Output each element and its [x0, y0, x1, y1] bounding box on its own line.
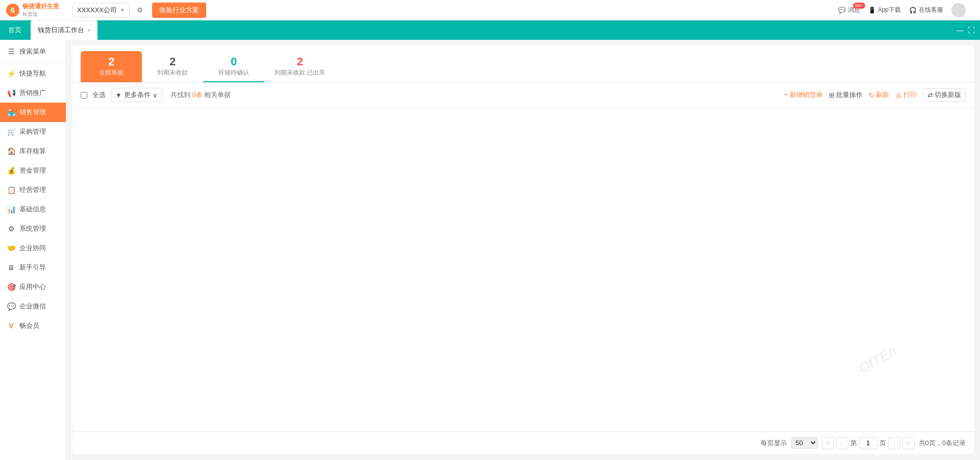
tab-all-orders[interactable]: 2 全部单据 [81, 51, 142, 82]
toolbar-right: + 新增销货单 ⊞ 批量操作 ↻ 刷新 🖨 打印 ⇄ [784, 88, 966, 102]
sidebar-search-area: ☰ 搜索菜单 [0, 40, 66, 64]
pagination-bar: 每页显示 50 20 100 « ‹ 第 页 › » 共0页，0条记录 [72, 431, 974, 454]
sidebar-item-cooperation[interactable]: 🤝 企业协同 [0, 238, 66, 258]
batch-operation-button[interactable]: ⊞ 批量操作 [829, 90, 863, 100]
filter-icon: ▼ [115, 91, 122, 99]
print-icon: 🖨 [895, 91, 902, 99]
avatar[interactable] [951, 3, 966, 17]
page-prev-button[interactable]: ‹ [836, 437, 848, 449]
sales-icon: 🏪 [7, 108, 15, 116]
sidebar-item-guide[interactable]: 🖥 新手引导 [0, 258, 66, 277]
download-icon: 📱 [868, 7, 876, 14]
online-service-button[interactable]: 🎧 在线客服 [909, 6, 943, 14]
marketing-icon: 📢 [7, 89, 15, 97]
tab-close-button[interactable]: × [87, 27, 90, 33]
gear-icon: ⚙ [137, 6, 143, 14]
find-count: 0条 [192, 91, 203, 99]
page-label: 第 [850, 439, 857, 448]
sidebar-item-search-menu[interactable]: ☰ 搜索菜单 [4, 44, 62, 59]
page-nav: « ‹ 第 页 › » [822, 437, 915, 449]
message-badge: 99+ [853, 3, 865, 9]
finance-icon: 💰 [7, 166, 15, 175]
sidebar-item-wechat[interactable]: 💬 企业微信 [0, 297, 66, 316]
cooperation-icon: 🤝 [7, 244, 15, 252]
header-right: 💬 消息 99+ 📱 App下载 🎧 在线客服 [838, 3, 974, 17]
page-next-button[interactable]: › [888, 437, 900, 449]
print-button[interactable]: 🖨 打印 [895, 90, 917, 100]
message-icon: 💬 [838, 7, 846, 14]
page-unit: 页 [879, 439, 886, 448]
select-all-checkbox[interactable] [81, 92, 87, 99]
app-center-icon: 🎯 [7, 283, 15, 291]
sidebar-item-system[interactable]: ⚙ 系统管理 [0, 219, 66, 238]
filter-button[interactable]: ▼ 更多条件 ∨ [111, 88, 162, 102]
batch-icon: ⊞ [829, 91, 835, 99]
operations-icon: 📋 [7, 186, 15, 194]
basic-info-icon: 📊 [7, 205, 15, 213]
page-input[interactable] [859, 437, 877, 449]
sidebar-item-inventory[interactable]: 🏠 库存核算 [0, 141, 66, 161]
add-order-button[interactable]: + 新增销货单 [784, 90, 823, 100]
top-header: 6 畅捷通好生意 标普版 XXXXXX公司 ▼ ⚙ 体验行业方案 💬 消息 99… [0, 0, 980, 20]
sidebar-item-member[interactable]: V 畅会员 [0, 316, 66, 335]
content-area: 2 全部单据 2 到期未收款 0 旺辅待确认 2 到期未收款 已出库 [66, 40, 980, 460]
toolbar: 全选 ▼ 更多条件 ∨ 共找到 0条 相关单据 + 新增销货单 ⊞ 批量操作 [72, 83, 974, 108]
switch-version-button[interactable]: ⇄ 切换新版 [923, 88, 966, 102]
maximize-icon[interactable]: ⛶ [968, 26, 975, 34]
content-inner: 2 全部单据 2 到期未收款 0 旺辅待确认 2 到期未收款 已出库 [72, 46, 974, 454]
tab-overdue-uncollected[interactable]: 2 到期未收款 [142, 51, 203, 82]
filter-arrow: ∨ [153, 91, 158, 99]
inventory-icon: 🏠 [7, 147, 15, 155]
tab-qinghuori[interactable]: 钱货日清工作台 × [31, 20, 97, 40]
search-icon: ☰ [7, 47, 15, 56]
sidebar-item-operations[interactable]: 📋 经营管理 [0, 180, 66, 200]
purchase-icon: 🛒 [7, 128, 15, 136]
sidebar-item-finance[interactable]: 💰 资金管理 [0, 161, 66, 180]
app-download-button[interactable]: 📱 App下载 [868, 6, 901, 14]
company-selector[interactable]: XXXXXX公司 ▼ [72, 3, 130, 17]
sidebar-item-marketing[interactable]: 📢 营销推广 [0, 83, 66, 103]
page-first-button[interactable]: « [822, 437, 834, 449]
member-icon: V [7, 322, 15, 330]
wechat-icon: 💬 [7, 302, 15, 310]
sidebar-item-app-center[interactable]: 🎯 应用中心 [0, 277, 66, 297]
tab-pending-confirm[interactable]: 0 旺辅待确认 [203, 51, 264, 82]
sidebar: ☰ 搜索菜单 ⚡ 快捷导航 📢 营销推广 🏪 销售管理 🛒 采购管理 🏠 库存核… [0, 40, 66, 460]
system-icon: ⚙ [7, 225, 15, 233]
minimize-icon[interactable]: — [957, 26, 964, 34]
page-size-label: 每页显示 [761, 439, 787, 448]
sidebar-item-basic-info[interactable]: 📊 基础信息 [0, 200, 66, 219]
guide-icon: 🖥 [7, 263, 15, 272]
page-total-info: 共0页，0条记录 [919, 439, 966, 448]
refresh-icon: ↻ [869, 91, 874, 99]
logo-icon: 6 [6, 4, 19, 17]
settings-button[interactable]: ⚙ [133, 3, 147, 17]
switch-icon: ⇄ [927, 91, 933, 99]
find-text: 共找到 0条 相关单据 [170, 90, 231, 100]
tab-home[interactable]: 首页 [0, 20, 30, 40]
lightning-icon: ⚡ [7, 69, 15, 78]
tab-bar-right: — ⛶ [957, 26, 980, 34]
tab-bar: 首页 钱货日清工作台 × — ⛶ [0, 20, 980, 40]
summary-tabs: 2 全部单据 2 到期未收款 0 旺辅待确认 2 到期未收款 已出库 [72, 46, 974, 83]
sidebar-item-quick-nav[interactable]: ⚡ 快捷导航 [0, 64, 66, 83]
page-last-button[interactable]: » [902, 437, 915, 449]
tab-overdue-shipped[interactable]: 2 到期未收款 已出库 [264, 51, 335, 82]
message-button[interactable]: 💬 消息 99+ [838, 6, 860, 14]
logo-text: 畅捷通好生意 标普版 [22, 2, 59, 18]
select-all-label[interactable]: 全选 [92, 90, 106, 100]
company-dropdown-arrow: ▼ [120, 7, 125, 13]
sidebar-item-purchase[interactable]: 🛒 采购管理 [0, 122, 66, 141]
table-area [72, 108, 974, 431]
sidebar-item-sales[interactable]: 🏪 销售管理 [0, 103, 66, 122]
logo-area: 6 畅捷通好生意 标普版 [6, 2, 72, 18]
service-icon: 🎧 [909, 7, 917, 14]
page-size-select[interactable]: 50 20 100 [791, 437, 818, 449]
try-industry-button[interactable]: 体验行业方案 [152, 3, 206, 18]
main-layout: ☰ 搜索菜单 ⚡ 快捷导航 📢 营销推广 🏪 销售管理 🛒 采购管理 🏠 库存核… [0, 40, 980, 460]
refresh-button[interactable]: ↻ 刷新 [869, 90, 889, 100]
